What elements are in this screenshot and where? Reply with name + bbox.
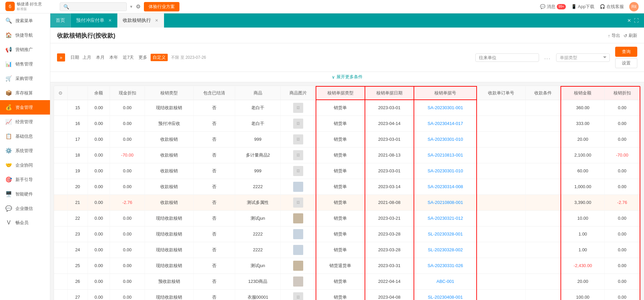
filter-toggle-button[interactable]: » xyxy=(57,53,65,61)
sidebar-label-quick-nav: 快捷导航 xyxy=(15,32,33,38)
bill-no-link[interactable]: SA-20230301-001 xyxy=(428,105,463,110)
more-date-link[interactable]: 更多 xyxy=(137,54,149,61)
sidebar-item-search-menu[interactable]: 🔍搜索菜单 xyxy=(0,13,50,28)
sidebar-item-system[interactable]: ⚙️系统管理 xyxy=(0,143,50,158)
filter-settings-button[interactable]: 设置 xyxy=(615,58,637,68)
tab-close-writeoff[interactable]: ✕ xyxy=(155,18,158,23)
last-7days-link[interactable]: 近7天 xyxy=(121,54,135,61)
td-writeoff-amount: 333.00 xyxy=(561,116,604,131)
td-bill-no[interactable]: SA-20230321-012 xyxy=(414,210,477,226)
td-bill-no[interactable]: SL-20230408-001 xyxy=(414,289,477,300)
td-receipt-condition xyxy=(526,163,561,179)
sidebar-item-finance[interactable]: 💰资金管理 xyxy=(0,100,50,115)
sidebar-item-purchase[interactable]: 🛒采购管理 xyxy=(0,71,50,86)
td-bill-no[interactable]: ABC-001 xyxy=(414,273,477,289)
column-settings-icon[interactable]: ⚙ xyxy=(58,90,63,96)
td-goods-img: 🖼 xyxy=(280,116,316,131)
bill-no-link[interactable]: SA-20230331-026 xyxy=(428,263,463,268)
td-cash-discount: 0.00 xyxy=(110,258,145,273)
messages-button[interactable]: 💬 消息 99+ xyxy=(540,4,566,10)
bill-no-link[interactable]: SA-20230314-008 xyxy=(428,184,463,189)
td-bill-no[interactable]: SA-20210808-001 xyxy=(414,195,477,210)
tab-prepay[interactable]: 预付冲应付单✕ xyxy=(71,13,117,28)
td-row-num: 27 xyxy=(67,289,88,300)
td-bill-no[interactable]: SA-20230314-008 xyxy=(414,179,477,195)
td-goods: 测试jun xyxy=(235,210,281,226)
bill-no-link[interactable]: SL-20230328-002 xyxy=(428,247,463,252)
bill-no-link[interactable]: SL-20230408-001 xyxy=(428,295,463,300)
window-expand-icon[interactable]: ⛶ xyxy=(634,18,639,23)
dropdown-icon[interactable]: ▾ xyxy=(130,4,132,9)
custom-date-link[interactable]: 自定义 xyxy=(151,54,168,61)
expand-conditions-button[interactable]: ∨ 展开更多条件 xyxy=(332,74,363,80)
th-bill-no: 核销单据号 xyxy=(414,86,477,100)
tab-close-prepay[interactable]: ✕ xyxy=(108,18,112,23)
refresh-button[interactable]: ↺ 刷新 xyxy=(624,33,637,39)
sidebar-icon-operations: 📈 xyxy=(5,119,12,125)
td-include-settled: 否 xyxy=(193,147,235,163)
last-month-link[interactable]: 上月 xyxy=(81,54,93,61)
this-year-link[interactable]: 本年 xyxy=(108,54,119,61)
from-unit-input[interactable] xyxy=(475,53,539,62)
page-title: 收款核销执行(按收款) xyxy=(57,32,115,40)
online-service-button[interactable]: 🎧 在线客服 xyxy=(600,4,624,10)
bill-no-link[interactable]: ABC-001 xyxy=(436,279,454,284)
window-close-icon[interactable]: ✕ xyxy=(627,18,631,23)
bill-no-link[interactable]: SA-20230414-017 xyxy=(428,121,463,126)
bill-no-link[interactable]: SL-20230328-001 xyxy=(428,231,463,237)
export-button[interactable]: ↑ 导出 xyxy=(608,33,621,39)
td-row-num: 17 xyxy=(67,131,88,147)
bill-no-link[interactable]: SA-20210813-001 xyxy=(428,153,463,158)
td-writeoff-amount: 360.00 xyxy=(561,100,604,116)
tab-home[interactable]: 首页 xyxy=(50,13,71,28)
td-bill-date: 2023-03-28 xyxy=(365,242,414,258)
td-bill-no[interactable]: SA-20210813-001 xyxy=(414,147,477,163)
table-row: 19 0.00 0.00 收款核销 否 999 🖼 销货单 2023-03-01… xyxy=(54,163,640,179)
td-receipt-condition xyxy=(526,131,561,147)
settings-gear-button[interactable]: ⚙ xyxy=(136,3,141,10)
tab-writeoff[interactable]: 收款核销执行✕ xyxy=(117,13,164,28)
sidebar-item-marketing[interactable]: 📢营销推广 xyxy=(0,42,50,57)
bill-no-link[interactable]: SA-20230301-010 xyxy=(428,168,463,173)
table-row: 27 0.00 0.00 现结收款核销 否 衣服00001 🖼 销货单 2023… xyxy=(54,289,640,300)
bill-no-link[interactable]: SA-20230301-010 xyxy=(428,137,463,142)
this-month-link[interactable]: 本月 xyxy=(95,54,106,61)
td-bill-no[interactable]: SA-20230301-010 xyxy=(414,131,477,147)
th-cash-discount: 现金折扣 xyxy=(110,86,145,100)
sidebar-item-hardware[interactable]: 🖥️智能硬件 xyxy=(0,187,50,201)
td-goods: 测试多属性 xyxy=(235,195,281,210)
sidebar-item-guide[interactable]: 🎯新手引导 xyxy=(0,172,50,187)
td-receipt-condition xyxy=(526,210,561,226)
sidebar-item-wechat[interactable]: 💬企业微信 xyxy=(0,201,50,216)
bill-no-link[interactable]: SA-20210808-001 xyxy=(428,200,463,205)
td-bill-no[interactable]: SA-20230301-001 xyxy=(414,100,477,116)
td-writeoff-discount: 0.00 xyxy=(604,116,640,131)
td-row-num: 23 xyxy=(67,226,88,242)
bill-type-select[interactable]: 单据类型 xyxy=(556,53,610,62)
td-row-num: 16 xyxy=(67,116,88,131)
td-balance: 0.00 xyxy=(88,179,110,195)
trial-button[interactable]: 体验行业方案 xyxy=(144,2,179,11)
td-bill-no[interactable]: SA-20230331-026 xyxy=(414,258,477,273)
td-row-num: 25 xyxy=(67,258,88,273)
top-search-area[interactable]: 🔍 xyxy=(60,2,127,11)
sidebar-item-inventory[interactable]: 📦库存核算 xyxy=(0,86,50,100)
td-bill-no[interactable]: SL-20230328-002 xyxy=(414,242,477,258)
td-include-settled: 否 xyxy=(193,242,235,258)
sidebar-item-sales[interactable]: 📊销售管理 xyxy=(0,57,50,71)
bill-no-link[interactable]: SA-20230321-012 xyxy=(428,216,463,221)
avatar[interactable]: Rit xyxy=(629,2,639,11)
app-download-button[interactable]: 📱 App下载 xyxy=(571,4,594,10)
th-bill-date: 核销单据日期 xyxy=(365,86,414,100)
sidebar-item-operations[interactable]: 📈经营管理 xyxy=(0,115,50,129)
sidebar-item-quick-nav[interactable]: 🏠快捷导航 xyxy=(0,28,50,42)
sidebar-icon-inventory: 📦 xyxy=(5,90,12,96)
sidebar-item-enterprise[interactable]: 🤝企业协同 xyxy=(0,158,50,172)
td-writeoff-discount: 0.00 xyxy=(604,289,640,300)
sidebar-item-base-info[interactable]: 📋基础信息 xyxy=(0,129,50,143)
td-bill-no[interactable]: SA-20230301-010 xyxy=(414,163,477,179)
sidebar-item-member[interactable]: V畅会员 xyxy=(0,216,50,230)
td-bill-no[interactable]: SL-20230328-001 xyxy=(414,226,477,242)
query-button[interactable]: 查询 xyxy=(615,47,637,57)
td-bill-no[interactable]: SA-20230414-017 xyxy=(414,116,477,131)
